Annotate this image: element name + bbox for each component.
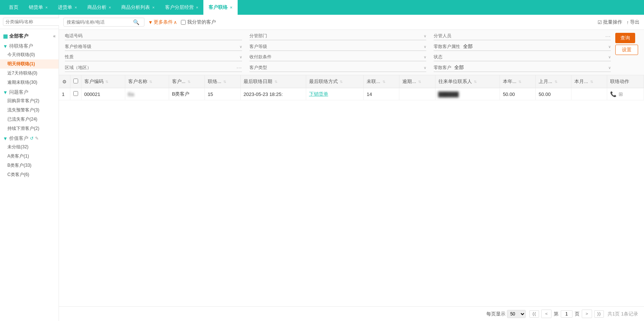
my-customers-checkbox[interactable] [181,20,186,25]
last-method-sort-icon: ⇅ [340,80,343,84]
close-icon[interactable]: × [152,5,154,10]
page-input[interactable] [561,310,573,318]
query-button[interactable]: 查询 [615,33,635,43]
nav-item-客户联络[interactable]: 客户联络× [203,0,237,15]
filter-dept-label: 分管部门 [249,33,267,39]
filter-panel: 电话号码 分管部门 ∨ 分管人员 ··· [59,30,644,75]
filter-region-select[interactable]: ··· [94,65,242,70]
filter-nature: 性质 ∨ [65,54,242,61]
filter-icon: ▼ [148,20,153,25]
payment-chev: ∨ [424,55,426,59]
nav-item-首页[interactable]: 首页 [4,0,24,15]
filter-payment-select[interactable]: ∨ [274,55,427,59]
main-search-input[interactable] [67,20,133,25]
td-contacts: 15 [204,88,240,100]
filter-person-select[interactable]: ··· [454,33,611,39]
more-conditions-arrow: ∧ [174,20,177,25]
top-navigation: 首页销货单×进货单×商品分析×商品分析列表×客户分层经营×客户联络× [0,0,644,15]
next-page-btn[interactable]: ＞ [582,310,592,318]
problem-items: 回购异常客户(2)流失预警客户(3)已流失客户(24)持续下滑客户(2) [0,96,59,133]
all-customers-label: 全部客户 [9,33,28,39]
td-last-method[interactable]: 下销货单 [306,88,364,100]
sidebar-item[interactable]: B类客户(33) [0,161,59,170]
filter-row-1: 电话号码 分管部门 ∨ 分管人员 ··· [65,33,611,40]
first-page-btn[interactable]: ⟨⟨ [529,310,539,318]
close-icon[interactable]: × [74,5,77,10]
dept-chev: ∨ [424,34,426,38]
pending-group-title: ▼ 待联络客户 [0,41,59,50]
nav-item-商品分析列表[interactable]: 商品分析列表× [116,0,160,15]
th-gear[interactable]: ⚙ [59,75,70,88]
set-button[interactable]: 设置 [615,45,638,55]
retail-attr-chev: ∨ [608,45,611,49]
value-edit-icon[interactable]: ✎ [35,136,39,141]
last-page-btn[interactable]: ⟩⟩ [594,310,604,318]
close-icon[interactable]: × [230,5,232,10]
close-icon[interactable]: × [109,5,111,10]
filter-cust-type-select[interactable]: ∨ [270,66,427,70]
nav-item-客户分层经营[interactable]: 客户分层经营× [160,0,203,15]
sidebar-item[interactable]: C类客户(6) [0,170,59,179]
nav-item-销货单[interactable]: 销货单× [24,0,53,15]
filter-retail-attr-label: 零散客户属性 [434,44,460,50]
prev-page-btn[interactable]: ＜ [541,310,552,318]
export-btn[interactable]: ↑ 导出 [627,19,640,25]
close-icon[interactable]: × [196,5,198,10]
status-chev: ∨ [608,55,611,59]
pending-arrow: ▼ [3,44,8,49]
batch-op-btn[interactable]: ☑ 批量操作 [598,19,622,25]
table-header: ⚙ 客户编码 ⇅ 客户名称 ⇅ 客户... ⇅ 联络... ⇅ 最后联络日期 ⇅… [59,75,644,88]
close-icon[interactable]: × [45,5,48,10]
td-checkbox[interactable] [70,88,81,100]
sidebar-item[interactable]: 回购异常客户(2) [0,96,59,106]
page-size-label: 每页显示 [486,311,505,317]
td-this-month [571,88,607,100]
value-refresh-icon[interactable]: ↺ [30,136,34,141]
value-group-label: 价值客户 [9,135,28,142]
td-index: 1 [59,88,70,100]
filter-row-3: 性质 ∨ 收付款条件 ∨ 状态 [65,54,611,61]
th-checkbox[interactable] [70,75,81,88]
select-all-checkbox[interactable] [73,79,78,83]
more-conditions-btn[interactable]: ▼ 更多条件 ∧ [148,19,177,25]
nav-item-商品分析[interactable]: 商品分析× [82,0,116,15]
filter-price-level: 客户价格等级 ∨ [65,44,242,51]
sidebar-item[interactable]: 今天待联络(0) [0,50,59,59]
filter-nature-select[interactable]: ∨ [77,55,242,59]
filter-row-4: 区域（地区） ··· 客户类型 ∨ 零散客户 [65,64,611,72]
sidebar-item[interactable]: 已流失客户(24) [0,115,59,124]
filter-row-2: 客户价格等级 ∨ 客户等级 ∨ 零散客户属性 [65,43,611,51]
sidebar-item[interactable]: 明天待联络(1) [0,59,59,69]
sidebar-item[interactable]: 流失预警客户(3) [0,106,59,115]
last-method-link[interactable]: 下销货单 [309,91,328,97]
sidebar-item[interactable]: A类客户(1) [0,152,59,161]
td-this-year: 50.00 [500,88,535,100]
my-customers-checkbox-wrap[interactable]: 我分管的客户 [181,19,216,25]
filter-price-level-select[interactable]: ∨ [94,45,242,49]
sidebar-item[interactable]: 近7天待联络(0) [0,69,59,78]
cust-level-chev: ∨ [424,45,426,49]
filter-payment-label: 收付款条件 [249,54,272,60]
filter-retail-attr-select[interactable]: 全部∨ [463,43,611,50]
th-type: 客户... ⇅ [169,75,204,88]
filter-cust-level-select[interactable]: ∨ [270,45,427,49]
main-search-icon[interactable]: 🔍 [133,19,139,25]
grid-action-icon[interactable]: ⊞ [619,91,623,97]
filter-status-select[interactable]: ∨ [445,55,611,59]
search-input-wrap: 🔍 [63,18,144,27]
sidebar-item[interactable]: 未分组(32) [0,142,59,152]
td-type: B类客户 [169,88,204,100]
phone-icon[interactable]: 📞 [610,91,616,97]
all-customers-header[interactable]: ▦ 全部客户 « [0,31,59,41]
row-checkbox[interactable] [73,91,78,96]
more-conditions-label: 更多条件 [154,19,173,25]
sidebar-item[interactable]: 逾期未联络(30) [0,78,59,87]
sidebar-item[interactable]: 持续下滑客户(2) [0,124,59,133]
filter-dept-select[interactable]: ∨ [270,34,427,38]
page-size-dropdown[interactable]: 50 100 200 [507,310,526,318]
sidebar-search-input[interactable] [3,18,63,26]
nav-item-进货单[interactable]: 进货单× [53,0,82,15]
filter-retail-select[interactable]: 全部∨ [454,64,611,71]
filter-dept: 分管部门 ∨ [249,33,427,40]
filter-phone-label: 电话号码 [65,33,83,39]
